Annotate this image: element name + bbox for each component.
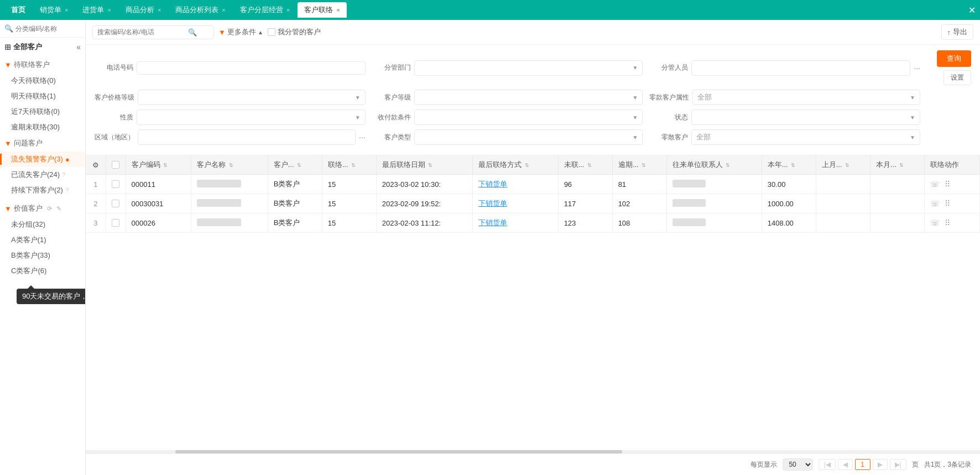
filter-region-dots[interactable]: ··· [359, 133, 366, 142]
action-menu-icon-1[interactable]: ⠿ [945, 180, 950, 189]
action-menu-icon-3[interactable]: ⠿ [945, 218, 950, 227]
filter-customer-type: 客户类型 ▼ [372, 129, 643, 145]
action-menu-icon-2[interactable]: ⠿ [945, 199, 950, 208]
search-submit-icon[interactable]: 🔍 [188, 28, 197, 36]
th-last-date[interactable]: 最后联络日期 ⇅ [376, 155, 473, 175]
th-unit-contact[interactable]: 往来单位联系人 ⇅ [666, 155, 762, 175]
triangle-icon-value: ▼ [4, 205, 12, 213]
edit-icon[interactable]: ✎ [56, 205, 61, 212]
sidebar-item-today[interactable]: 今天待联络(0) [0, 73, 85, 88]
th-current-year[interactable]: 本年... ⇅ [762, 155, 816, 175]
td-check-3[interactable] [106, 213, 126, 233]
sidebar-item-class-c[interactable]: C类客户(6) [0, 263, 85, 279]
tab-customer-layer-close[interactable]: × [286, 7, 290, 13]
settings-icon[interactable]: ⚙ [92, 161, 99, 169]
tab-customer-contact[interactable]: 客户联络 × [298, 2, 346, 18]
search-input-wrap: 🔍 [92, 25, 214, 39]
horizontal-scrollbar[interactable] [86, 450, 980, 453]
page-last-btn[interactable]: ▶| [890, 459, 906, 470]
th-settings[interactable]: ⚙ [86, 155, 106, 175]
sidebar-item-tomorrow[interactable]: 明天待联络(1) [0, 88, 85, 104]
tab-analysis-list[interactable]: 商品分析列表 × [169, 2, 232, 18]
th-unlinked[interactable]: 未联... ⇅ [558, 155, 612, 175]
page-current[interactable]: 1 [855, 459, 870, 470]
tab-purchase-close[interactable]: × [107, 7, 111, 13]
close-window-icon[interactable]: ✕ [968, 5, 976, 15]
th-last-way[interactable]: 最后联络方式 ⇅ [473, 155, 558, 175]
td-last-way-1[interactable]: 下销货单 [473, 175, 558, 194]
more-conditions-btn[interactable]: ▼ 更多条件 ▲ [218, 27, 263, 37]
th-code-label: 客户编码 [132, 160, 160, 169]
tab-home[interactable]: 首页 [4, 2, 32, 18]
sidebar-collapse-icon[interactable]: « [76, 43, 81, 51]
filter-dept-select[interactable]: ▼ [414, 60, 643, 76]
my-customers-toggle[interactable]: 我分管的客户 [268, 27, 321, 37]
filter-payment-select[interactable]: ▼ [414, 109, 643, 125]
sidebar-item-declining[interactable]: 持续下滑客户(2) ? [0, 182, 85, 198]
th-type[interactable]: 客户... ⇅ [268, 155, 322, 175]
scroll-thumb[interactable] [175, 450, 623, 453]
tab-analysis-list-close[interactable]: × [222, 7, 225, 13]
sidebar-search-input[interactable] [15, 25, 86, 33]
tab-analysis[interactable]: 商品分析 × [119, 2, 168, 18]
export-button[interactable]: ↑ 导出 [941, 24, 974, 40]
sidebar-item-overdue[interactable]: 逾期未联络(30) [0, 119, 85, 135]
th-code[interactable]: 客户编码 ⇅ [126, 155, 191, 175]
filter-phone-input[interactable] [137, 61, 366, 75]
sidebar-item-class-a[interactable]: A类客户(1) [0, 232, 85, 248]
sidebar-group-value[interactable]: ▼ 价值客户 ⟳ ✎ [0, 200, 85, 217]
row-checkbox-1[interactable] [112, 180, 119, 188]
filter-customer-type-select[interactable]: ▼ [414, 129, 643, 145]
sidebar-all-customers[interactable]: ⊞ 全部客户 « [0, 38, 85, 56]
tab-customer-layer[interactable]: 客户分层经营 × [233, 2, 296, 18]
page-prev-btn[interactable]: ◀ [838, 459, 853, 470]
td-check-2[interactable] [106, 194, 126, 213]
my-customers-checkbox[interactable] [268, 28, 275, 36]
page-size-select[interactable]: 50 100 200 [783, 458, 813, 471]
th-contact[interactable]: 联络... ⇅ [322, 155, 376, 175]
tab-salesorder-close[interactable]: × [65, 7, 68, 13]
page-first-btn[interactable]: |◀ [819, 459, 835, 470]
td-check-1[interactable] [106, 175, 126, 194]
th-this-month[interactable]: 本月... ⇅ [870, 155, 924, 175]
filter-ling-san-select[interactable]: 全部 ▼ [691, 129, 920, 145]
search-input[interactable] [97, 28, 186, 36]
sidebar-item-churned[interactable]: 已流失客户(24) ? [0, 167, 85, 182]
header-checkbox[interactable] [112, 161, 119, 169]
th-name[interactable]: 客户名称 ⇅ [191, 155, 268, 175]
sidebar-item-class-b[interactable]: B类客户(33) [0, 248, 85, 263]
settings-button[interactable]: 设置 [943, 70, 971, 85]
sidebar-item-7days[interactable]: 近7天待联络(0) [0, 104, 85, 119]
tab-salesorder[interactable]: 销货单 × [33, 2, 75, 18]
query-button[interactable]: 查询 [937, 50, 971, 67]
action-phone-icon-1[interactable]: ☏ [930, 180, 940, 189]
page-next-btn[interactable]: ▶ [873, 459, 888, 470]
th-overdue[interactable]: 逾期... ⇅ [612, 155, 666, 175]
filter-price-level-select[interactable]: ▼ [138, 90, 366, 105]
th-type-label: 客户... [274, 160, 294, 169]
sidebar-group-pending[interactable]: ▼ 待联络客户 [0, 56, 85, 73]
filter-manager-select[interactable] [691, 60, 910, 76]
row-checkbox-2[interactable] [112, 200, 119, 207]
action-phone-icon-3[interactable]: ☏ [930, 218, 940, 227]
tab-customer-contact-close[interactable]: × [336, 7, 340, 13]
td-last-way-2[interactable]: 下销货单 [473, 194, 558, 213]
filter-region-select[interactable] [138, 129, 356, 145]
row-checkbox-3[interactable] [112, 219, 119, 227]
action-phone-icon-2[interactable]: ☏ [930, 199, 940, 208]
top-tab-bar: 首页 销货单 × 进货单 × 商品分析 × 商品分析列表 × 客户分层经营 × … [0, 0, 980, 20]
sidebar-item-ungrouped[interactable]: 未分组(32) [0, 217, 85, 232]
tab-purchase[interactable]: 进货单 × [76, 2, 117, 18]
tab-analysis-close[interactable]: × [158, 7, 161, 13]
refresh-icon[interactable]: ⟳ [47, 205, 52, 212]
filter-manager-dots[interactable]: ··· [914, 64, 920, 72]
filter-customer-level-select[interactable]: ▼ [414, 90, 643, 105]
filter-lingkui-attr-select[interactable]: 全部 ▼ [692, 90, 920, 105]
sidebar-item-churn-warning[interactable]: 流失预警客户(3) ● [0, 152, 85, 167]
th-checkbox[interactable] [106, 155, 126, 175]
filter-nature-select[interactable]: ▼ [137, 109, 366, 125]
sidebar-group-problem[interactable]: ▼ 问题客户 [0, 135, 85, 152]
td-last-way-3[interactable]: 下销货单 [473, 213, 558, 233]
filter-status-select[interactable]: ▼ [691, 109, 920, 125]
th-last-month[interactable]: 上月... ⇅ [816, 155, 870, 175]
